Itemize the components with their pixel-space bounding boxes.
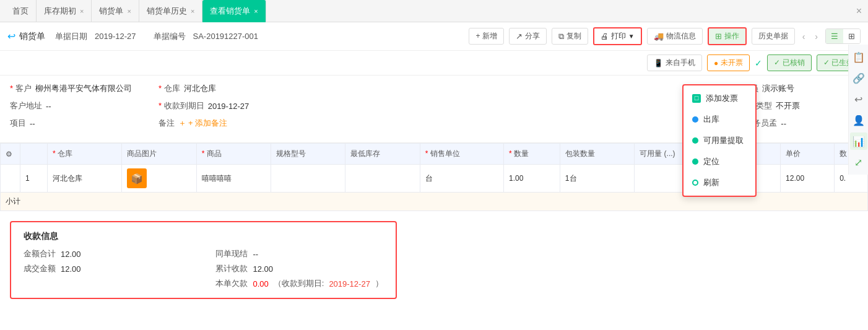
total-row: 金额合计 12.00 [24, 248, 191, 259]
add-remark-button[interactable]: ＋ + 添加备注 [178, 118, 227, 129]
payment-date-value: 2019-12-27 [208, 102, 250, 111]
date-label: 单据日期 [55, 31, 87, 42]
cell-unit-price: 12.00 [781, 165, 835, 193]
operations-icon: ⊞ [715, 32, 722, 41]
number-label: 单据编号 [154, 31, 186, 42]
sold-check-icon: ✓ [774, 58, 780, 67]
cell-product-img: 📦 [122, 165, 196, 193]
operations-dropdown: ☐ 添加发票 出库 可用量提取 定位 刷新 [682, 84, 757, 197]
new-button[interactable]: + 新增 [469, 28, 503, 45]
ops-refresh[interactable]: 刷新 [684, 172, 755, 193]
logistics-button[interactable]: 🚚 物流信息 [647, 28, 703, 45]
logistics-icon: 🚚 [654, 32, 664, 41]
locate-icon [692, 158, 698, 165]
prev-arrow[interactable]: ‹ [800, 30, 808, 43]
available-qty-label: 可用量提取 [703, 135, 744, 146]
payment-date-label: 收款到期日 [158, 100, 204, 111]
project-field: 项目 -- [10, 118, 134, 129]
transaction-label: 成交金额 [24, 263, 56, 274]
mobile-button[interactable]: 📱 来自手机 [647, 54, 702, 71]
view-toggle: ☰ ⊞ [825, 28, 861, 44]
refresh-label: 刷新 [703, 177, 719, 188]
sidebar-icon-4[interactable]: 👤 [850, 111, 867, 129]
grid-view-button[interactable]: ⊞ [843, 29, 860, 43]
copy-icon: ⧉ [558, 32, 564, 41]
ops-available-qty[interactable]: 可用量提取 [684, 130, 755, 151]
doc-header: ↩ 销货单 单据日期 2019-12-27 单据编号 SA-20191227-0… [0, 22, 868, 51]
tab-bar: 首页 库存期初 × 销货单 × 销货单历史 × 查看销货单 × × [0, 0, 868, 22]
cumulative-label: 累计收款 [215, 263, 248, 274]
sidebar-icon-3[interactable]: ↩ [850, 90, 867, 108]
doc-header-left: ↩ 销货单 单据日期 2019-12-27 单据编号 SA-20191227-0… [7, 30, 261, 42]
employee-value: 演示账号 [762, 83, 794, 94]
close-sales-order-tab[interactable]: × [127, 7, 131, 15]
sidebar-icon-5[interactable]: 📊 [850, 132, 867, 150]
product-image: 📦 [127, 168, 147, 188]
refresh-icon [692, 180, 698, 186]
ops-add-invoice[interactable]: ☐ 添加发票 [684, 88, 755, 109]
print-button[interactable]: 🖨 打印 ▼ [593, 27, 642, 45]
cumulative-value: 12.00 [253, 264, 273, 274]
operations-button[interactable]: ⊞ 操作 [708, 27, 747, 45]
tab-home[interactable]: 首页 [5, 0, 37, 22]
customer-label: 客户 [10, 83, 32, 94]
cell-warehouse: 河北仓库 [47, 165, 121, 193]
close-sales-history-tab[interactable]: × [191, 7, 194, 15]
expand-icon[interactable]: ⤢ [850, 154, 867, 171]
sold-button[interactable]: ✓ 已核销 [767, 54, 811, 71]
list-view-button[interactable]: ☰ [826, 29, 843, 43]
close-inventory-init-tab[interactable]: × [80, 7, 84, 15]
sidebar-icon-2[interactable]: 🔗 [850, 69, 867, 87]
customer-value: 柳州粤港平安气体有限公司 [35, 83, 132, 94]
tab-view-sales[interactable]: 查看销货单 × [202, 0, 266, 22]
date-value: 2019-12-27 [95, 32, 136, 41]
doc-type-label: 销货单 [19, 31, 45, 42]
address-value: -- [46, 102, 51, 111]
window-close-button[interactable]: × [856, 6, 862, 17]
cell-pack-qty: 1台 [560, 165, 634, 193]
cell-sales-unit: 台 [420, 165, 503, 193]
payment-grid: 金额合计 12.00 同单现结 -- 成交金额 12.00 累计收款 12.00… [24, 248, 383, 289]
col-min-stock: 最低库存 [345, 144, 420, 165]
share-button[interactable]: ↗ 分享 [509, 28, 547, 45]
history-button[interactable]: 历史单据 [752, 28, 795, 45]
payment-info-box: 收款信息 金额合计 12.00 同单现结 -- 成交金额 12.00 累计收款 … [10, 221, 397, 299]
ops-locate[interactable]: 定位 [684, 151, 755, 172]
ops-outbound[interactable]: 出库 [684, 109, 755, 130]
outbound-icon [692, 116, 698, 123]
print-dropdown-arrow[interactable]: ▼ [628, 33, 635, 40]
col-rownum [20, 144, 48, 165]
owed-note: （收款到期日: [274, 278, 324, 289]
tab-inventory-init[interactable]: 库存期初 × [37, 0, 92, 22]
warehouse-label: 仓库 [158, 83, 180, 94]
tab-sales-order[interactable]: 销货单 × [92, 0, 139, 22]
copy-button[interactable]: ⧉ 复制 [552, 28, 588, 45]
sidebar-icon-1[interactable]: 📋 [850, 48, 867, 66]
cell-min-stock [345, 165, 420, 193]
secondary-bar: 📱 来自手机 ● 未开票 ✓ ✓ 已核销 ✓ 已生效 [0, 51, 868, 76]
col-pack-qty: 包装数量 [560, 144, 634, 165]
tab-sales-history[interactable]: 销货单历史 × [139, 0, 202, 22]
next-arrow[interactable]: › [812, 30, 820, 43]
remark-field: 备注 ＋ + 添加备注 [158, 118, 282, 129]
cell-settings [1, 165, 20, 193]
customer-field: 客户 柳州粤港平安气体有限公司 [10, 83, 134, 94]
warehouse-field: 仓库 河北仓库 [158, 83, 282, 94]
outbound-label: 出库 [703, 114, 719, 125]
same-order-row: 同单现结 -- [215, 248, 383, 259]
close-view-sales-tab[interactable]: × [254, 7, 258, 15]
print-icon: 🖨 [601, 32, 609, 41]
payment-title: 收款信息 [24, 231, 383, 242]
project-label: 项目 [10, 118, 26, 129]
col-warehouse: * 仓库 [47, 144, 121, 165]
same-order-value: -- [253, 250, 258, 259]
locate-label: 定位 [703, 156, 719, 167]
check-icon: ✓ [755, 58, 762, 68]
doc-meta: 单据日期 2019-12-27 单据编号 SA-20191227-001 [55, 31, 261, 42]
col-sales-unit: * 销售单位 [420, 144, 503, 165]
not-opened-button[interactable]: ● 未开票 [707, 54, 750, 71]
add-invoice-label: 添加发票 [706, 93, 738, 104]
doc-title: ↩ 销货单 [7, 30, 45, 42]
main-content: ↩ 销货单 单据日期 2019-12-27 单据编号 SA-20191227-0… [0, 22, 868, 330]
doc-type-icon: ↩ [7, 30, 15, 42]
